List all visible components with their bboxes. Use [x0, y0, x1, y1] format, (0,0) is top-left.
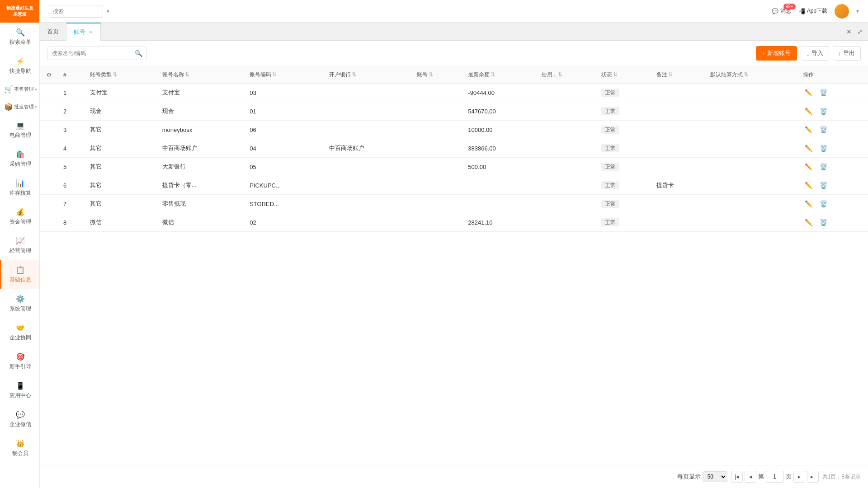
sidebar-item-finance[interactable]: 💰 资金管理 — [0, 202, 39, 231]
import-icon: ↓ — [807, 50, 810, 57]
edit-button[interactable]: ✏️ — [803, 88, 814, 97]
sidebar-item-operations[interactable]: 📈 经营管理 — [0, 231, 39, 260]
cell-default-settlement — [705, 102, 797, 121]
wholesale-icon: 📦 — [4, 103, 13, 111]
th-settings[interactable]: ⚙ — [40, 66, 58, 84]
top-search-input[interactable] — [49, 5, 103, 18]
first-page-button[interactable]: |◂ — [731, 471, 743, 483]
cell-account-code: 01 — [244, 102, 324, 121]
sidebar-item-purchase[interactable]: 🛍️ 采购管理 — [0, 145, 39, 174]
last-page-button[interactable]: ▸| — [807, 471, 819, 483]
cell-account-code: 03 — [244, 84, 324, 102]
cell-opening-bank — [324, 213, 411, 232]
th-actions: 操作 — [797, 66, 868, 84]
sidebar-item-system[interactable]: ⚙️ 系统管理 — [0, 289, 39, 318]
messages-button[interactable]: 💬 消息 99+ — [772, 7, 791, 15]
page-number-input[interactable] — [766, 471, 784, 483]
delete-button[interactable]: 🗑️ — [818, 199, 829, 208]
edit-button[interactable]: ✏️ — [803, 144, 814, 153]
delete-button[interactable]: 🗑️ — [818, 125, 829, 134]
tab-accounts-label: 账号 — [74, 28, 85, 36]
tab-bar-expand-btn[interactable]: ⤢ — [855, 26, 864, 37]
edit-button[interactable]: ✏️ — [803, 162, 814, 171]
sidebar-item-enterprise-wechat[interactable]: 💬 企业微信 — [0, 405, 39, 434]
top-header-dropdown-icon[interactable]: ▾ — [107, 8, 109, 14]
search-input[interactable] — [47, 47, 131, 59]
import-button[interactable]: ↓ 导入 — [801, 46, 829, 61]
sidebar-item-cooperation[interactable]: 🤝 企业协同 — [0, 318, 39, 347]
tab-home[interactable]: 首页 — [40, 23, 66, 41]
prev-page-button[interactable]: ◂ — [745, 471, 756, 483]
edit-button[interactable]: ✏️ — [803, 218, 814, 227]
sidebar-item-vip[interactable]: 👑 畅会员 — [0, 434, 39, 463]
th-notes[interactable]: 备注⇅ — [651, 66, 705, 84]
sidebar-item-guide[interactable]: 🎯 新手引导 — [0, 347, 39, 376]
th-opening-bank[interactable]: 开户银行⇅ — [324, 66, 411, 84]
edit-button[interactable]: ✏️ — [803, 199, 814, 208]
th-account-code[interactable]: 账号编码⇅ — [244, 66, 324, 84]
sidebar-item-basic-info[interactable]: 📋 基础信息 — [0, 260, 39, 289]
edit-button[interactable]: ✏️ — [803, 107, 814, 116]
cell-latest-balance: 547670.00 — [462, 102, 536, 121]
delete-button[interactable]: 🗑️ — [818, 88, 829, 97]
sidebar-item-wholesale[interactable]: 📦 批发管理 ▾ — [0, 98, 39, 116]
cell-index: 8 — [58, 213, 85, 232]
th-account-name[interactable]: 账号名称⇅ — [157, 66, 245, 84]
top-header-left: ▾ — [49, 5, 109, 18]
cell-latest-balance — [462, 195, 536, 213]
toolbar-right: + 新增账号 ↓ 导入 ↑ 导出 — [756, 46, 861, 61]
delete-button[interactable]: 🗑️ — [818, 107, 829, 116]
tab-accounts-close[interactable]: × — [88, 28, 93, 36]
total-records-label: 共1页，8条记录 — [822, 473, 861, 481]
export-button[interactable]: ↑ 导出 — [833, 46, 861, 61]
search-button[interactable]: 🔍 — [131, 47, 146, 60]
cell-settings — [40, 121, 58, 139]
sidebar-item-search-menu[interactable]: 🔍 搜索菜单 — [0, 23, 39, 52]
table-row: 1 支付宝 支付宝 03 -90444.00 正常 ✏️ 🗑️ — [40, 84, 868, 102]
sidebar-item-inventory[interactable]: 📊 库存核算 — [0, 174, 39, 202]
page-size-dropdown[interactable]: 50 100 200 — [703, 471, 727, 482]
delete-button[interactable]: 🗑️ — [818, 218, 829, 227]
sidebar-item-ecommerce[interactable]: 💻 电商管理 — [0, 116, 39, 145]
th-usage[interactable]: 使用...⇅ — [536, 66, 596, 84]
delete-button[interactable]: 🗑️ — [818, 144, 829, 153]
table-row: 7 其它 零售抵现 STORED... 正常 ✏️ 🗑️ — [40, 195, 868, 213]
cell-account-name: 支付宝 — [157, 84, 245, 102]
table-row: 3 其它 moneybosx 06 10000.00 正常 ✏️ 🗑️ — [40, 121, 868, 139]
cell-account — [411, 102, 463, 121]
cell-usage — [536, 84, 596, 102]
th-status[interactable]: 状态⇅ — [596, 66, 651, 84]
add-account-button[interactable]: + 新增账号 — [756, 46, 797, 61]
cell-notes — [651, 158, 705, 176]
sidebar-item-retail[interactable]: 🛒 零售管理 ▾ — [0, 80, 39, 98]
cell-actions: ✏️ 🗑️ — [797, 176, 868, 195]
search-menu-icon: 🔍 — [16, 28, 25, 37]
th-account-type[interactable]: 账号类型⇅ — [85, 66, 156, 84]
delete-button[interactable]: 🗑️ — [818, 162, 829, 171]
cell-account-type: 其它 — [85, 121, 156, 139]
th-latest-balance[interactable]: 最新余额⇅ — [462, 66, 536, 84]
user-menu-icon[interactable]: ▾ — [856, 8, 859, 14]
cell-actions: ✏️ 🗑️ — [797, 102, 868, 121]
retail-arrow-icon: ▾ — [35, 87, 37, 92]
user-avatar[interactable] — [835, 4, 849, 19]
cell-account-name: 提货卡（零... — [157, 176, 245, 195]
page-size-select: 每页显示 50 100 200 — [677, 471, 727, 482]
messages-badge: 99+ — [783, 4, 796, 9]
tab-accounts[interactable]: 账号 × — [66, 23, 101, 41]
cell-latest-balance: 28241.10 — [462, 213, 536, 232]
th-default-settlement[interactable]: 默认结算方式⇅ — [705, 66, 797, 84]
next-page-button[interactable]: ▸ — [793, 471, 805, 483]
sidebar-item-quick-nav[interactable]: ⚡ 快捷导航 — [0, 52, 39, 80]
delete-button[interactable]: 🗑️ — [818, 181, 829, 190]
edit-button[interactable]: ✏️ — [803, 125, 814, 134]
page-container: 🔍 + 新增账号 ↓ 导入 ↑ 导出 ⚙ # — [40, 41, 868, 488]
tab-bar-close-btn[interactable]: ✕ — [844, 26, 854, 37]
app-download-button[interactable]: 📲 App下载 — [798, 7, 827, 15]
cell-latest-balance: 10000.00 — [462, 121, 536, 139]
edit-button[interactable]: ✏️ — [803, 181, 814, 190]
message-icon: 💬 — [772, 8, 778, 14]
sidebar-item-app-center[interactable]: 📱 应用中心 — [0, 376, 39, 405]
th-account[interactable]: 账号⇅ — [411, 66, 463, 84]
cell-account-type: 其它 — [85, 195, 156, 213]
